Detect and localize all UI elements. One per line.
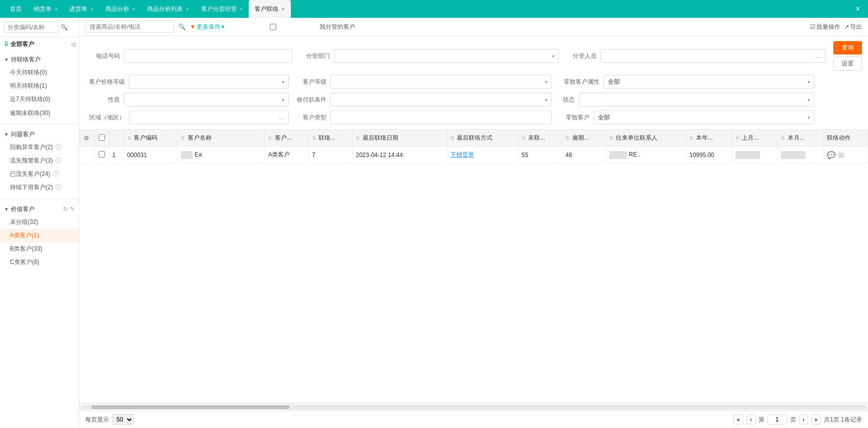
- col-index: [109, 130, 124, 147]
- sidebar-item-tomorrow[interactable]: 明天待联络(1): [0, 79, 79, 93]
- qr-action-icon[interactable]: ⊞: [838, 151, 844, 159]
- phone-label: 电话号码: [85, 52, 120, 60]
- retail-attr-input[interactable]: 全部 ▾: [603, 75, 814, 89]
- close-customer-segment-icon[interactable]: ×: [240, 6, 243, 12]
- refresh-icon[interactable]: ↻: [63, 206, 68, 213]
- page-size-select[interactable]: 50: [112, 414, 134, 425]
- close-customer-contact-icon[interactable]: ×: [281, 6, 284, 12]
- filter-status: 状态 ▾: [560, 93, 814, 107]
- sidebar-item-today[interactable]: 今天待联络(0): [0, 66, 79, 79]
- person-input[interactable]: …: [600, 49, 825, 63]
- horizontal-scrollbar[interactable]: [79, 403, 868, 411]
- sidebar-pending-header[interactable]: ▼ 待联络客户: [0, 54, 79, 66]
- sidebar-problem-group: ▼ 问题客户 回购异常客户(2) ⓘ 流失预警客户(3) ⓘ 已流失客户(24)…: [0, 126, 79, 197]
- close-product-analysis-icon[interactable]: ×: [132, 6, 135, 12]
- more-conditions-btn[interactable]: ▼ 更多条件 ▾: [190, 23, 224, 31]
- col-customer-code[interactable]: ⇅ 客户编码: [124, 130, 178, 147]
- sidebar-value-header[interactable]: ▼ 价值客户 ↻ ✎: [0, 203, 79, 215]
- close-sales-icon[interactable]: ×: [54, 6, 57, 12]
- person-ellipsis-icon: …: [815, 53, 821, 59]
- row-customer-type-cell: A类客户: [265, 147, 309, 163]
- nav-product-list[interactable]: 商品分析列表 ×: [141, 0, 195, 18]
- scroll-track: [81, 405, 866, 409]
- col-customer-name[interactable]: ⇅ 客户名称: [178, 130, 265, 147]
- col-this-year[interactable]: ⇅ 本年...: [686, 130, 732, 147]
- table-header-row: ⚙ ⇅ 客户编码 ⇅ 客户名称: [79, 130, 868, 147]
- sidebar-item-ungrouped[interactable]: 未分组(32): [0, 215, 79, 229]
- close-product-list-icon[interactable]: ×: [186, 6, 189, 12]
- message-action-icon[interactable]: 💬: [827, 151, 835, 159]
- phone-input[interactable]: [124, 49, 292, 63]
- col-contact-count[interactable]: ⇅ 联络...: [309, 130, 352, 147]
- status-input[interactable]: ▾: [579, 93, 814, 107]
- sidebar-item-churned[interactable]: 已流失客户(24) ⓘ: [0, 167, 79, 181]
- batch-ops-btn[interactable]: ☑ 批量操作: [810, 23, 840, 31]
- scroll-thumb[interactable]: [91, 405, 289, 409]
- sidebar-item-class-a[interactable]: A类客户(1): [0, 229, 79, 242]
- sort-icon: ⇅: [450, 135, 454, 141]
- col-customer-type[interactable]: ⇅ 客户...: [265, 130, 309, 147]
- my-customers-checkbox[interactable]: [228, 24, 318, 30]
- customer-type-input[interactable]: [330, 110, 551, 124]
- my-customers-checkbox-label[interactable]: 我分管的客户: [228, 23, 355, 31]
- nav-customer-segment[interactable]: 客户分层经营 ×: [195, 0, 249, 18]
- nature-arrow-icon: ▾: [282, 97, 284, 103]
- col-this-month[interactable]: ⇅ 本月...: [778, 130, 823, 147]
- problem-arrow-icon: ▼: [4, 132, 9, 137]
- sidebar-item-class-b[interactable]: B类客户(33): [0, 242, 79, 256]
- region-input[interactable]: …: [129, 110, 289, 124]
- sidebar-item-class-c[interactable]: C类客户(6): [0, 256, 79, 269]
- col-settings[interactable]: ⚙: [79, 130, 94, 147]
- checkbox-icon: ☑: [810, 23, 815, 30]
- next-page-button[interactable]: ›: [799, 415, 808, 425]
- filter-search-input[interactable]: [85, 21, 174, 33]
- nav-home[interactable]: 首页: [4, 0, 28, 18]
- sort-icon: ⇅: [181, 135, 185, 141]
- filter-form: 电话号码 分管部门 ▾ 分管人员 …: [79, 36, 868, 130]
- col-last-contact-date[interactable]: ⇅ 最后联络日期: [353, 130, 447, 147]
- sidebar-item-7days[interactable]: 近7天待联络(0): [0, 93, 79, 106]
- collapse-sidebar-icon[interactable]: ◁: [71, 41, 75, 48]
- sidebar-problem-header[interactable]: ▼ 问题客户: [0, 128, 79, 141]
- query-button[interactable]: 查询: [833, 41, 862, 54]
- close-all-button[interactable]: ×: [852, 4, 864, 13]
- sidebar-search-icon[interactable]: 🔍: [60, 24, 68, 31]
- select-all-checkbox[interactable]: [99, 134, 105, 141]
- nav-purchase[interactable]: 进货单 ×: [63, 0, 99, 18]
- nav-customer-contact[interactable]: 客户联络 ×: [249, 0, 290, 18]
- payment-input[interactable]: ▾: [330, 93, 551, 107]
- customer-grade-input[interactable]: ▾: [330, 75, 551, 89]
- col-unit-contact[interactable]: ⇅ 往来单位联系人: [606, 130, 686, 147]
- sidebar-item-overdue[interactable]: 逾期未联络(30): [0, 107, 79, 120]
- total-records-label: 共1页 1条记录: [824, 416, 862, 424]
- sidebar-search-input[interactable]: [4, 22, 58, 33]
- close-purchase-icon[interactable]: ×: [90, 6, 93, 12]
- current-page-input[interactable]: [767, 415, 787, 425]
- toolbar-right: ☑ 批量操作 ↗ 导出: [810, 23, 862, 31]
- settings-button[interactable]: 设置: [833, 56, 862, 71]
- edit-icon[interactable]: ✎: [70, 206, 75, 213]
- col-action: 联络动作: [823, 130, 868, 147]
- col-last-contact-method[interactable]: ⇅ 最后联络方式: [447, 130, 518, 147]
- dept-input[interactable]: ▾: [334, 49, 559, 63]
- nav-sales[interactable]: 销货单 ×: [28, 0, 63, 18]
- export-btn[interactable]: ↗ 导出: [844, 23, 862, 31]
- col-last-month[interactable]: ⇅ 上月...: [732, 130, 777, 147]
- sidebar-all-customers[interactable]: ⠿ 全部客户 ◁: [0, 37, 79, 52]
- col-no-contact[interactable]: ⇅ 未联...: [518, 130, 562, 147]
- row-checkbox[interactable]: [99, 151, 105, 158]
- last-page-button[interactable]: »: [811, 415, 821, 425]
- prev-page-button[interactable]: ‹: [747, 415, 756, 425]
- col-overdue[interactable]: ⇅ 逾期...: [562, 130, 606, 147]
- filter-search-icon[interactable]: 🔍: [178, 23, 186, 30]
- nav-product-analysis[interactable]: 商品分析 ×: [100, 0, 141, 18]
- sidebar-item-declining[interactable]: 持续下滑客户(2) ⓘ: [0, 181, 79, 194]
- sort-icon: ⇅: [565, 135, 569, 141]
- first-page-button[interactable]: «: [733, 415, 744, 425]
- nature-input[interactable]: ▾: [124, 93, 289, 107]
- sidebar-item-repurchase[interactable]: 回购异常客户(2) ⓘ: [0, 141, 79, 154]
- last-contact-method-link[interactable]: 下销货单: [450, 151, 474, 158]
- retail-customer-input[interactable]: 全部 ▾: [594, 110, 814, 124]
- sidebar-item-churn-warning[interactable]: 流失预警客户(3) ⓘ: [0, 154, 79, 167]
- price-grade-input[interactable]: ▾: [129, 75, 289, 89]
